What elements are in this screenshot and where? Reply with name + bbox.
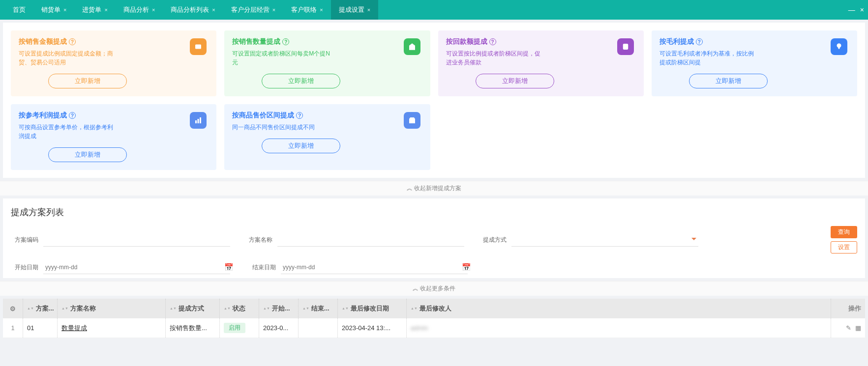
commission-method-select[interactable] (511, 233, 698, 247)
col-end[interactable]: ▲▼结束... (298, 299, 337, 318)
tab-customer-contact[interactable]: 客户联络× (283, 0, 330, 20)
search-button[interactable]: 查询 (831, 226, 857, 238)
close-icon[interactable]: × (272, 7, 275, 13)
card-desc: 可设置按比例提或者阶梯区间提，促进业务员催款 (446, 49, 544, 67)
card-title: 按商品售价区间提成 (232, 111, 294, 120)
top-tab-bar: 首页 销货单× 进货单× 商品分析× 商品分析列表× 客户分层经营× 客户联络×… (0, 0, 868, 20)
close-icon[interactable]: × (367, 7, 370, 13)
col-name[interactable]: ▲▼方案名称 (57, 299, 165, 318)
close-icon[interactable]: × (212, 7, 215, 13)
row-name[interactable]: 数量提成 (57, 318, 165, 338)
section-title: 提成方案列表 (11, 206, 857, 218)
row-method: 按销售数量... (165, 318, 219, 338)
card-desc: 同一商品不同售价区间提成不同 (232, 123, 330, 132)
chevron-up-icon: ︽ (407, 185, 413, 192)
end-date-input[interactable] (281, 260, 468, 274)
card-title: 按毛利提成 (659, 37, 694, 46)
tab-product-analysis-list[interactable]: 商品分析列表× (163, 0, 223, 20)
card-title: 按销售金额提成 (19, 37, 67, 46)
quantity-icon (404, 38, 420, 55)
chevron-up-icon: ︽ (413, 285, 419, 292)
card-gross-profit: 按毛利提成? 可设置毛利或者净利为基准，按比例提或阶梯区间提 立即新增 (652, 30, 857, 96)
filter-plan-name: 方案名称 (245, 233, 464, 247)
collapse-filters-toggle[interactable]: ︽ 收起更多条件 (0, 281, 868, 296)
row-index: 1 (3, 318, 23, 338)
card-sales-quantity: 按销售数量提成? 可设置固定或者阶梯区间每卖M个提N元 立即新增 (224, 30, 430, 96)
close-icon[interactable]: × (152, 7, 155, 13)
card-desc: 可设置提成比例或固定提成金额；商贸、贸易公司适用 (19, 49, 117, 67)
card-desc: 可设置毛利或者净利为基准，按比例提或阶梯区间提 (659, 49, 758, 67)
help-icon[interactable]: ? (282, 38, 289, 45)
col-moddate[interactable]: ▲▼最后修改日期 (337, 299, 406, 318)
close-icon[interactable]: × (104, 7, 107, 13)
filter-start-date: 开始日期 📅 (11, 260, 234, 274)
collapse-cards-toggle[interactable]: ︽ 收起新增提成方案 (0, 181, 868, 196)
card-desc: 可设置固定或者阶梯区间每卖M个提N元 (232, 49, 330, 67)
add-button[interactable]: 立即新增 (262, 74, 340, 88)
svg-marker-1 (409, 43, 415, 50)
card-payment-amount: 按回款额提成? 可设置按比例提或者阶梯区间提，促进业务员催款 立即新增 (438, 30, 644, 96)
svg-rect-2 (623, 44, 629, 50)
row-ops: ✎ ▦ (831, 318, 865, 338)
help-icon[interactable]: ? (69, 112, 76, 119)
card-sales-amount: 按销售金额提成? 可设置提成比例或固定提成金额；商贸、贸易公司适用 立即新增 (11, 30, 216, 96)
edit-icon[interactable]: ✎ (846, 324, 851, 332)
ref-profit-icon (190, 112, 207, 129)
gear-icon[interactable]: ⚙ (3, 299, 23, 318)
tab-commission-settings[interactable]: 提成设置× (331, 0, 378, 20)
more-icon[interactable]: ▦ (855, 324, 861, 332)
table-row[interactable]: 1 01 数量提成 按销售数量... 启用 2023-0... 2023-04-… (3, 318, 865, 338)
minimize-icon[interactable]: ― (848, 6, 855, 14)
help-icon[interactable]: ? (489, 38, 496, 45)
settings-button[interactable]: 设置 (831, 241, 857, 253)
start-date-input[interactable] (43, 260, 230, 274)
card-price-range: 按商品售价区间提成? 同一商品不同售价区间提成不同 立即新增 (224, 104, 430, 170)
filter-commission-method: 提成方式 (479, 233, 698, 247)
close-icon[interactable]: × (320, 7, 323, 13)
close-all-icon[interactable]: × (860, 6, 864, 14)
add-button[interactable]: 立即新增 (262, 139, 340, 153)
tab-purchase-order[interactable]: 进货单× (74, 0, 115, 20)
add-button[interactable]: 立即新增 (689, 74, 768, 88)
row-start: 2023-0... (259, 318, 298, 338)
price-range-icon (404, 112, 420, 129)
close-icon[interactable]: × (63, 7, 66, 13)
add-button[interactable]: 立即新增 (476, 74, 554, 88)
card-title: 按回款额提成 (446, 37, 487, 46)
row-status: 启用 (219, 318, 259, 338)
commission-type-cards: 按销售金额提成? 可设置提成比例或固定提成金额；商贸、贸易公司适用 立即新增 按… (3, 23, 865, 178)
col-status[interactable]: ▲▼状态 (219, 299, 259, 318)
plan-list-section: 提成方案列表 方案编码 方案名称 提成方式 查询 设置 开始日期 📅 结束日期 … (3, 198, 865, 278)
col-method[interactable]: ▲▼提成方式 (165, 299, 219, 318)
plan-code-input[interactable] (43, 233, 230, 247)
row-end (298, 318, 337, 338)
row-code: 01 (23, 318, 57, 338)
col-code[interactable]: ▲▼方案... (23, 299, 57, 318)
row-moduser: admin (406, 318, 831, 338)
card-reference-profit: 按参考利润提成? 可按商品设置参考单价，根据参考利润提成 立即新增 (11, 104, 216, 170)
svg-rect-3 (195, 120, 197, 123)
svg-rect-4 (198, 119, 199, 123)
plan-name-input[interactable] (277, 233, 464, 247)
card-title: 按参考利润提成 (19, 111, 67, 120)
filter-end-date: 结束日期 📅 (248, 260, 471, 274)
col-moduser[interactable]: ▲▼最后修改人 (406, 299, 831, 318)
card-desc: 可按商品设置参考单价，根据参考利润提成 (19, 123, 117, 141)
payment-icon (617, 38, 634, 55)
filter-plan-code: 方案编码 (11, 233, 230, 247)
help-icon[interactable]: ? (696, 38, 703, 45)
tab-sales-order[interactable]: 销货单× (33, 0, 74, 20)
help-icon[interactable]: ? (296, 112, 303, 119)
add-button[interactable]: 立即新增 (48, 74, 127, 88)
add-button[interactable]: 立即新增 (48, 147, 127, 162)
profit-icon (831, 38, 847, 55)
tab-home[interactable]: 首页 (5, 0, 33, 20)
svg-rect-5 (200, 117, 201, 123)
svg-rect-0 (195, 45, 201, 49)
tab-product-analysis[interactable]: 商品分析× (116, 0, 163, 20)
tab-customer-tier[interactable]: 客户分层经营× (223, 0, 283, 20)
col-start[interactable]: ▲▼开始... (259, 299, 298, 318)
plan-table: ⚙ ▲▼方案... ▲▼方案名称 ▲▼提成方式 ▲▼状态 ▲▼开始... ▲▼结… (3, 299, 865, 338)
card-title: 按销售数量提成 (232, 37, 280, 46)
help-icon[interactable]: ? (69, 38, 76, 45)
